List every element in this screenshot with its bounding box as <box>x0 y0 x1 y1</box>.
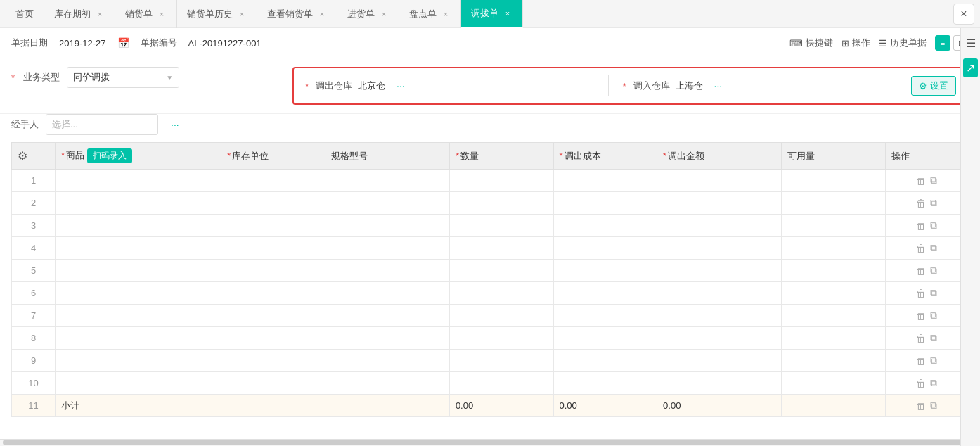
row-cost[interactable] <box>553 282 657 305</box>
row-amount[interactable] <box>657 305 782 327</box>
row-product[interactable] <box>55 215 221 237</box>
delete-row-button[interactable]: 🗑 <box>916 333 926 344</box>
tab-stock-init-close[interactable]: × <box>95 9 105 19</box>
row-cost[interactable] <box>553 215 657 237</box>
row-avail[interactable] <box>782 350 886 372</box>
row-qty[interactable] <box>449 350 553 372</box>
row-qty[interactable] <box>449 282 553 305</box>
delete-row-button[interactable]: 🗑 <box>916 310 926 321</box>
copy-row-button[interactable]: ⧉ <box>930 332 937 344</box>
row-qty[interactable] <box>449 170 553 192</box>
row-cost[interactable] <box>553 237 657 260</box>
row-qty[interactable] <box>449 237 553 260</box>
row-unit[interactable] <box>221 237 325 260</box>
tab-purchase-close[interactable]: × <box>379 9 389 19</box>
row-product[interactable] <box>55 170 221 192</box>
tab-transfer[interactable]: 调拨单 × <box>461 0 523 28</box>
row-amount[interactable] <box>657 327 782 350</box>
row-product[interactable] <box>55 327 221 350</box>
delete-row-button[interactable]: 🗑 <box>916 400 926 412</box>
tab-home[interactable]: 首页 <box>6 0 44 28</box>
tab-inventory-close[interactable]: × <box>441 9 451 19</box>
business-type-select[interactable]: 同价调拨 ▼ <box>67 67 179 88</box>
row-qty[interactable] <box>449 192 553 215</box>
row-amount[interactable] <box>657 372 782 395</box>
row-spec[interactable] <box>325 327 449 350</box>
row-unit[interactable] <box>221 327 325 350</box>
delete-row-button[interactable]: 🗑 <box>916 175 926 186</box>
row-spec[interactable] <box>325 282 449 305</box>
settings-button[interactable]: ⚙ 设置 <box>911 76 956 96</box>
row-unit[interactable] <box>221 260 325 282</box>
row-product[interactable] <box>55 350 221 372</box>
tab-view-sales[interactable]: 查看销货单 × <box>257 0 337 28</box>
horizontal-scrollbar[interactable] <box>0 439 980 446</box>
tab-inventory[interactable]: 盘点单 × <box>399 0 461 28</box>
tab-sales-order[interactable]: 销货单 × <box>115 0 177 28</box>
copy-row-button[interactable]: ⧉ <box>930 355 937 367</box>
row-amount[interactable] <box>657 282 782 305</box>
row-qty[interactable]: 0.00 <box>449 395 553 417</box>
handler-more-button[interactable]: ··· <box>171 119 179 130</box>
row-amount[interactable] <box>657 215 782 237</box>
row-avail[interactable] <box>782 327 886 350</box>
shortcut-button[interactable]: ⌨ 快捷键 <box>789 37 833 49</box>
row-cost[interactable] <box>553 350 657 372</box>
row-cost[interactable] <box>553 372 657 395</box>
copy-row-button[interactable]: ⧉ <box>930 242 937 254</box>
scroll-thumb[interactable] <box>3 440 977 445</box>
row-amount[interactable] <box>657 350 782 372</box>
row-avail[interactable] <box>782 395 886 417</box>
row-cost[interactable] <box>553 327 657 350</box>
row-unit[interactable] <box>221 395 325 417</box>
row-avail[interactable] <box>782 215 886 237</box>
operation-button[interactable]: ⊞ 操作 <box>842 37 870 49</box>
row-cost[interactable] <box>553 192 657 215</box>
row-avail[interactable] <box>782 260 886 282</box>
row-product[interactable] <box>55 305 221 327</box>
tab-stock-init[interactable]: 库存期初 × <box>44 0 115 28</box>
tab-sales-history-close[interactable]: × <box>237 9 247 19</box>
row-amount[interactable] <box>657 237 782 260</box>
row-avail[interactable] <box>782 305 886 327</box>
row-product[interactable] <box>55 237 221 260</box>
row-amount[interactable] <box>657 170 782 192</box>
handler-select[interactable]: 选择... <box>46 114 158 135</box>
row-qty[interactable] <box>449 305 553 327</box>
delete-row-button[interactable]: 🗑 <box>916 288 926 299</box>
row-spec[interactable] <box>325 372 449 395</box>
row-spec[interactable] <box>325 395 449 417</box>
tab-transfer-close[interactable]: × <box>503 8 512 18</box>
tab-view-sales-close[interactable]: × <box>317 9 327 19</box>
row-spec[interactable] <box>325 192 449 215</box>
tab-sales-history[interactable]: 销货单历史 × <box>177 0 257 28</box>
row-avail[interactable] <box>782 192 886 215</box>
row-spec[interactable] <box>325 237 449 260</box>
delete-row-button[interactable]: 🗑 <box>916 265 926 276</box>
row-product[interactable] <box>55 260 221 282</box>
delete-row-button[interactable]: 🗑 <box>916 378 926 389</box>
tab-sales-order-close[interactable]: × <box>157 9 167 19</box>
row-cost[interactable]: 0.00 <box>553 395 657 417</box>
copy-row-button[interactable]: ⧉ <box>930 197 937 209</box>
copy-row-button[interactable]: ⧉ <box>930 377 937 389</box>
row-avail[interactable] <box>782 237 886 260</box>
row-product[interactable] <box>55 282 221 305</box>
row-unit[interactable] <box>221 215 325 237</box>
row-unit[interactable] <box>221 372 325 395</box>
row-qty[interactable] <box>449 327 553 350</box>
row-unit[interactable] <box>221 192 325 215</box>
list-view-button[interactable]: ≡ <box>935 35 950 51</box>
row-product[interactable] <box>55 372 221 395</box>
row-amount[interactable]: 0.00 <box>657 395 782 417</box>
row-avail[interactable] <box>782 282 886 305</box>
copy-row-button[interactable]: ⧉ <box>930 287 937 299</box>
row-spec[interactable] <box>325 305 449 327</box>
history-button[interactable]: ☰ 历史单据 <box>879 37 927 49</box>
row-avail[interactable] <box>782 170 886 192</box>
row-amount[interactable] <box>657 260 782 282</box>
delete-row-button[interactable]: 🗑 <box>916 220 926 231</box>
copy-row-button[interactable]: ⧉ <box>930 400 937 412</box>
delete-row-button[interactable]: 🗑 <box>916 355 926 367</box>
row-qty[interactable] <box>449 215 553 237</box>
